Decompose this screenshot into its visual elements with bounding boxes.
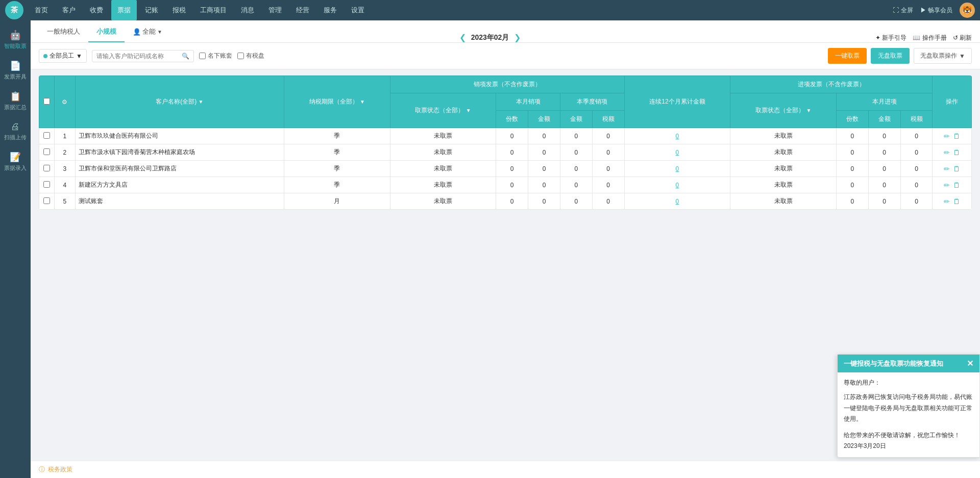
- cumulative-link[interactable]: 0: [676, 165, 679, 172]
- tab-small-scale[interactable]: 小规模: [88, 22, 125, 42]
- row-in-status: 未取票: [730, 128, 837, 144]
- edit-icon[interactable]: ✏: [944, 165, 950, 173]
- edit-icon[interactable]: ✏: [944, 181, 950, 189]
- row-checkbox-cell: [39, 177, 55, 193]
- view-icon[interactable]: 🗒: [953, 181, 960, 189]
- row-actions: ✏ 🗒: [933, 144, 972, 161]
- row-checkbox[interactable]: [43, 148, 50, 155]
- sidebar-item-open-invoice[interactable]: 📄 发票开具: [2, 56, 29, 85]
- row-name: 新建区方方文具店: [75, 177, 284, 193]
- next-period-btn[interactable]: ❯: [514, 33, 521, 42]
- user-avatar[interactable]: 🐯: [960, 3, 975, 18]
- th-in-group: 进项发票（不含作废票）: [730, 76, 933, 93]
- cumulative-link[interactable]: 0: [676, 149, 679, 156]
- row-checkbox-cell: [39, 144, 55, 161]
- view-icon[interactable]: 🗒: [953, 132, 960, 140]
- row-in-count: 0: [836, 161, 868, 177]
- view-icon[interactable]: 🗒: [953, 165, 960, 173]
- cumulative-link[interactable]: 0: [676, 133, 679, 140]
- cumulative-link[interactable]: 0: [676, 182, 679, 189]
- row-sale-count: 0: [496, 128, 528, 144]
- row-num: 4: [55, 177, 76, 193]
- prev-period-btn[interactable]: ❮: [459, 33, 466, 42]
- row-season-amount: 0: [560, 161, 592, 177]
- edit-icon[interactable]: ✏: [944, 197, 950, 206]
- search-icon[interactable]: 🔍: [182, 53, 189, 60]
- sidebar-label-open: 发票开具: [4, 73, 27, 81]
- sidebar-item-summary[interactable]: 📋 票据汇总: [2, 87, 29, 115]
- tab-dropdown-icon[interactable]: ▼: [157, 29, 162, 35]
- newbie-guide-btn[interactable]: ✦ 新手引导: [875, 34, 906, 42]
- dropdown-arrow-icon: ▼: [76, 53, 82, 60]
- nodisk-ops-arrow-icon: ▼: [959, 53, 965, 60]
- row-checkbox[interactable]: [43, 197, 50, 204]
- sidebar-item-scan[interactable]: 🖨 扫描上传: [2, 117, 29, 145]
- row-cumulative: 0: [624, 144, 730, 161]
- row-sale-count: 0: [496, 193, 528, 210]
- nodisk-btn[interactable]: 无盘取票: [871, 48, 910, 64]
- row-season-amount: 0: [560, 193, 592, 210]
- tax-policy-link[interactable]: 税务政策: [48, 465, 72, 474]
- top-nav: 茶 首页 客户 收费 票据 记账 报税 工商项目 消息 管理 经营 服务 设置 …: [0, 0, 980, 20]
- nav-settings[interactable]: 设置: [345, 0, 371, 20]
- onekey-btn[interactable]: 一键取票: [828, 48, 867, 64]
- th-month-sale: 本月销项: [496, 93, 560, 111]
- nav-manage[interactable]: 管理: [262, 0, 288, 20]
- nodisk-ops-btn[interactable]: 无盘取票操作 ▼: [914, 48, 972, 64]
- employee-filter[interactable]: 全部员工 ▼: [39, 49, 87, 63]
- row-season-tax: 0: [592, 128, 624, 144]
- notification-title: 一键报税与无盘取票功能恢复通知: [844, 359, 943, 368]
- nav-operation[interactable]: 经营: [290, 0, 315, 20]
- cumulative-link[interactable]: 0: [676, 198, 679, 205]
- view-icon[interactable]: 🗒: [953, 148, 960, 157]
- th-month-in: 本月进项: [836, 93, 932, 111]
- hastax-filter[interactable]: 有税盘: [237, 52, 264, 60]
- row-in-count: 0: [836, 193, 868, 210]
- myaccount-filter[interactable]: 名下账套: [199, 52, 232, 60]
- notification-header: 一键报税与无盘取票功能恢复通知 ✕: [838, 355, 979, 372]
- th-season-tax: 税额: [592, 111, 624, 128]
- nav-home[interactable]: 首页: [29, 0, 54, 20]
- nav-bookkeeping[interactable]: 记账: [139, 0, 164, 20]
- th-actions: 操作: [933, 76, 972, 128]
- select-all-checkbox[interactable]: [43, 98, 50, 105]
- row-season-tax: 0: [592, 193, 624, 210]
- sidebar-label-entry: 票据录入: [4, 164, 27, 172]
- row-sale-amount: 0: [528, 193, 560, 210]
- nav-business[interactable]: 工商项目: [194, 0, 233, 20]
- nav-tax[interactable]: 报税: [166, 0, 192, 20]
- refresh-btn[interactable]: ↺ 刷新: [953, 34, 972, 42]
- member-btn[interactable]: ▶ 畅享会员: [920, 6, 952, 15]
- entry-icon: 📝: [10, 152, 21, 163]
- nav-message[interactable]: 消息: [235, 0, 260, 20]
- myaccount-checkbox[interactable]: [199, 53, 206, 59]
- table-row: 3 卫辉市保和堂医药有限公司卫辉路店 季 未取票 0 0 0 0 0 未取票 0…: [39, 161, 972, 177]
- edit-icon[interactable]: ✏: [944, 132, 950, 140]
- notification-close-btn[interactable]: ✕: [967, 359, 973, 368]
- row-sale-status: 未取票: [390, 128, 496, 144]
- row-checkbox[interactable]: [43, 165, 50, 171]
- tab-all[interactable]: 👤 全能 ▼: [125, 22, 170, 42]
- nav-right: ⛶ 全屏 ▶ 畅享会员 🐯: [893, 3, 975, 18]
- manual-btn[interactable]: 📖 操作手册: [913, 34, 946, 42]
- row-sale-count: 0: [496, 161, 528, 177]
- nav-invoice[interactable]: 票据: [111, 0, 137, 20]
- search-input[interactable]: [96, 53, 180, 60]
- sidebar-item-entry[interactable]: 📝 票据录入: [2, 147, 29, 176]
- employee-filter-label: 全部员工: [50, 52, 74, 60]
- row-checkbox[interactable]: [43, 132, 50, 139]
- fullscreen-btn[interactable]: ⛶ 全屏: [893, 6, 913, 15]
- settings-gear-icon[interactable]: ⚙: [62, 98, 67, 106]
- row-checkbox[interactable]: [43, 181, 50, 188]
- edit-icon[interactable]: ✏: [944, 148, 950, 157]
- sidebar-item-smart-invoice[interactable]: 🤖 智能取票: [2, 26, 29, 54]
- view-icon[interactable]: 🗒: [953, 197, 960, 206]
- nav-customer[interactable]: 客户: [56, 0, 82, 20]
- hastax-checkbox[interactable]: [237, 53, 244, 59]
- nav-charge[interactable]: 收费: [84, 0, 109, 20]
- nav-service[interactable]: 服务: [317, 0, 343, 20]
- action-btns: ✏ 🗒: [936, 132, 968, 140]
- tab-general-taxpayer[interactable]: 一般纳税人: [39, 22, 88, 42]
- row-in-count: 0: [836, 144, 868, 161]
- action-btns: ✏ 🗒: [936, 181, 968, 189]
